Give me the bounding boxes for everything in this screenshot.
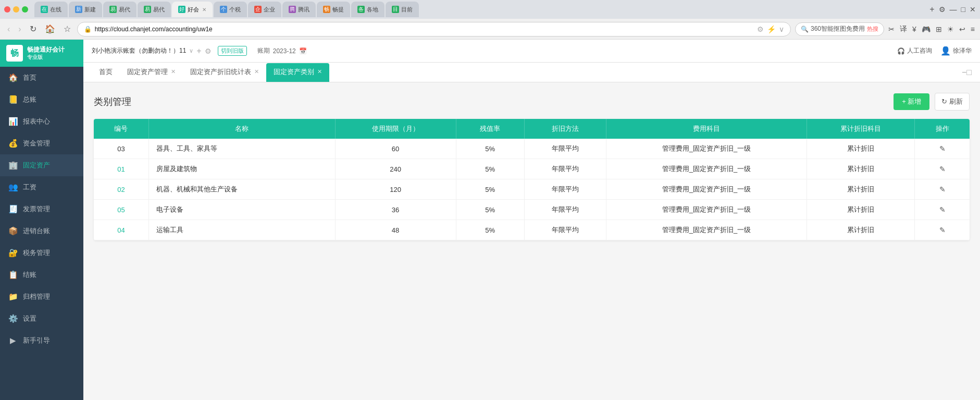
settings-company-btn[interactable]: ⚙ <box>205 47 212 55</box>
action-cell-4[interactable]: ✎ <box>915 220 970 240</box>
action-cell-2[interactable]: ✎ <box>915 179 970 200</box>
main-content: 刘小艳演示账套（勿删勿动！）11 ∨ + ⚙ 切到旧版 账期 2023-12 📅… <box>83 40 980 400</box>
sidebar-item-guide[interactable]: ▶新手引导 <box>0 330 83 351</box>
code-link-4[interactable]: 04 <box>117 226 125 234</box>
search-icon: 🔍 <box>801 26 809 33</box>
sidebar-item-purchase-sales[interactable]: 📦进销台账 <box>0 220 83 242</box>
share-icon: ⚡ <box>767 25 776 33</box>
sidebar-label-payroll: 工资 <box>23 183 36 192</box>
browser-tab-1[interactable]: 新新建 <box>69 2 102 17</box>
tab-favicon-3: 易 <box>144 6 151 13</box>
sidebar: 畅 畅捷通好会计 专业版 🏠首页📒总账📊报表中心💰资金管理🏢固定资产👥工资🧾发票… <box>0 40 83 400</box>
sidebar-item-fixed-assets[interactable]: 🏢固定资产 <box>0 154 83 176</box>
browser-tab-8[interactable]: 畅畅提 <box>317 2 350 17</box>
refresh-btn[interactable]: ↻ 刷新 <box>935 93 970 111</box>
sidebar-item-reports[interactable]: 📊报表中心 <box>0 111 83 132</box>
action-cell-3[interactable]: ✎ <box>915 200 970 220</box>
brightness-icon[interactable]: ☀ <box>947 25 954 33</box>
page-tab-close-2[interactable]: ✕ <box>254 68 259 75</box>
sidebar-item-closing[interactable]: 📋结账 <box>0 264 83 286</box>
scissors-icon[interactable]: ✂ <box>888 25 895 33</box>
browser-tab-0[interactable]: 在在线 <box>34 2 68 17</box>
browser-tab-10[interactable]: 目目前 <box>386 2 419 17</box>
code-link-1[interactable]: 01 <box>117 165 125 173</box>
action-cell-1[interactable]: ✎ <box>915 159 970 179</box>
browser-tab-6[interactable]: 企企业 <box>248 2 281 17</box>
browser-tab-2[interactable]: 易易代 <box>103 2 137 17</box>
restore-btn[interactable]: □ <box>961 5 965 14</box>
search-box[interactable]: 🔍 360智能抠图免费用 热搜 <box>795 22 884 36</box>
code-link-2[interactable]: 02 <box>117 186 125 193</box>
add-category-btn[interactable]: + 新增 <box>894 93 929 110</box>
page-tab-1[interactable]: 固定资产管理✕ <box>120 63 183 82</box>
column-header-3: 残值率 <box>456 119 524 139</box>
user-profile[interactable]: 👤 徐泽华 <box>940 46 972 56</box>
table-row-0: 03器具、工具、家具等605%年限平均管理费用_固定资产折旧_一级累计折旧✎ <box>94 139 970 159</box>
bookmark-btn[interactable]: ☆ <box>61 24 73 34</box>
page-tab-close-3[interactable]: ✕ <box>317 68 322 75</box>
browser-tab-4[interactable]: 好好会✕ <box>172 2 213 17</box>
hot-tag: 热搜 <box>867 25 878 33</box>
sidebar-item-tax[interactable]: 🔐税务管理 <box>0 242 83 264</box>
page-tab-0[interactable]: 首页 <box>92 63 120 82</box>
tab-favicon-9: 各 <box>357 6 365 13</box>
new-tab-btn[interactable]: + <box>929 5 934 14</box>
tab-settings-btn[interactable]: ⚙ <box>939 5 946 14</box>
back-btn[interactable]: ‹ <box>5 25 12 34</box>
minimize-btn[interactable]: — <box>950 5 957 14</box>
address-box[interactable]: 🔒 https://cloud.chanjet.com/accounting/u… <box>77 22 791 37</box>
game-icon[interactable]: 🎮 <box>922 25 931 33</box>
page-tab-close-1[interactable]: ✕ <box>171 68 176 75</box>
sidebar-item-settings[interactable]: ⚙️设置 <box>0 308 83 330</box>
tab-label-7: 腾讯 <box>298 6 309 14</box>
edit-icon-2[interactable]: ✎ <box>939 185 946 193</box>
edit-icon-3[interactable]: ✎ <box>939 205 946 214</box>
tab-close-btn-4[interactable]: ✕ <box>202 7 206 13</box>
home-btn[interactable]: 🏠 <box>43 24 57 34</box>
add-company-btn[interactable]: + <box>196 46 201 56</box>
page-tab-2[interactable]: 固定资产折旧统计表✕ <box>183 63 266 82</box>
section-header: 类别管理 + 新增 ↻ 刷新 <box>94 93 970 111</box>
page-tab-label-2: 固定资产折旧统计表 <box>190 67 251 77</box>
sidebar-item-home[interactable]: 🏠首页 <box>0 67 83 89</box>
sidebar-item-ledger[interactable]: 📒总账 <box>0 89 83 111</box>
browser-tab-7[interactable]: 腾腾讯 <box>282 2 316 17</box>
currency-icon[interactable]: ¥ <box>912 25 916 33</box>
history-icon[interactable]: ↩ <box>959 25 965 33</box>
close-btn[interactable]: ✕ <box>970 5 976 14</box>
version-switch-btn[interactable]: 切到旧版 <box>218 46 247 56</box>
browser-tab-5[interactable]: 个个税 <box>214 2 247 17</box>
calendar-icon[interactable]: 📅 <box>299 47 307 55</box>
close-window-btn[interactable] <box>4 6 10 13</box>
sidebar-item-payroll[interactable]: 👥工资 <box>0 176 83 198</box>
page-tab-3[interactable]: 固定资产类别✕ <box>266 63 329 82</box>
page-title: 类别管理 <box>94 95 131 108</box>
browser-tab-3[interactable]: 易易代 <box>138 2 171 17</box>
edit-icon-0[interactable]: ✎ <box>939 144 946 153</box>
browser-tab-9[interactable]: 各各地 <box>351 2 384 17</box>
action-cell-0[interactable]: ✎ <box>915 139 970 159</box>
reload-btn[interactable]: ↻ <box>28 24 39 34</box>
edit-icon-4[interactable]: ✎ <box>939 226 946 234</box>
code-link-3[interactable]: 05 <box>117 206 125 214</box>
sidebar-logo: 畅 畅捷通好会计 专业版 <box>0 40 83 67</box>
tab-area-maximize-btn[interactable]: □ <box>966 68 972 77</box>
residual-cell-4: 5% <box>456 220 524 240</box>
sidebar-item-invoices[interactable]: 🧾发票管理 <box>0 198 83 220</box>
sidebar-icon-payroll: 👥 <box>8 183 18 192</box>
edit-icon-1[interactable]: ✎ <box>939 165 946 173</box>
sidebar-item-funds[interactable]: 💰资金管理 <box>0 132 83 154</box>
translate-icon[interactable]: 译 <box>900 25 907 34</box>
sidebar-label-tax: 税务管理 <box>23 248 50 258</box>
sidebar-label-reports: 报表中心 <box>23 117 50 126</box>
table-row-2: 02机器、机械和其他生产设备1205%年限平均管理费用_固定资产折旧_一级累计折… <box>94 179 970 200</box>
grid-icon[interactable]: ⊞ <box>936 25 942 33</box>
tab-area-minimize-btn[interactable]: − <box>962 68 966 77</box>
app-top-bar: 刘小艳演示账套（勿删勿动！）11 ∨ + ⚙ 切到旧版 账期 2023-12 📅… <box>83 40 980 63</box>
menu-icon[interactable]: ≡ <box>971 25 975 33</box>
forward-btn[interactable]: › <box>16 25 23 34</box>
maximize-window-btn[interactable] <box>22 6 28 13</box>
sidebar-item-archive[interactable]: 📁归档管理 <box>0 286 83 308</box>
minimize-window-btn[interactable] <box>13 6 19 13</box>
consulting-link[interactable]: 🎧 人工咨询 <box>897 46 932 55</box>
